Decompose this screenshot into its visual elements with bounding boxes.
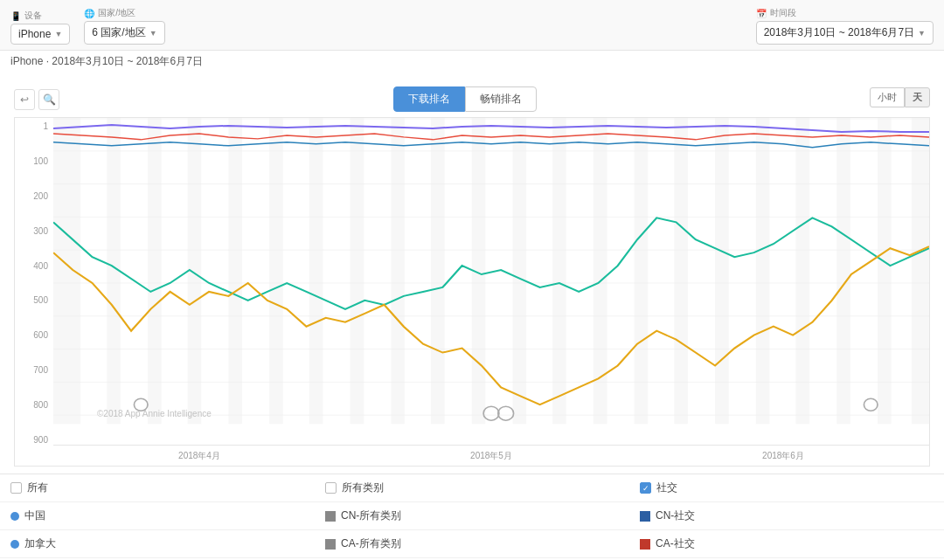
legend-all-category: 所有类别 (315, 474, 629, 501)
chart-inner: 1 100 200 300 400 500 600 700 800 900 (15, 118, 929, 466)
cn-all-color (325, 511, 336, 522)
svg-rect-27 (756, 118, 770, 424)
legend-ca-social: CA-社交 (629, 530, 944, 557)
time-filter: 📅 时间段 2018年3月10日 ~ 2018年6月7日 ▼ (756, 7, 934, 45)
svg-rect-10 (53, 118, 80, 424)
time-label: 📅 时间段 (756, 7, 934, 19)
canada-color (10, 540, 19, 549)
region-filter: 🌐 国家/地区 6 国家/地区 ▼ (84, 7, 164, 45)
legend-ca-all: CA-所有类别 (315, 530, 629, 557)
ca-all-color (325, 539, 336, 550)
legend-all: 所有 (0, 474, 315, 501)
svg-rect-26 (715, 118, 729, 424)
svg-rect-29 (836, 118, 850, 424)
svg-rect-28 (795, 118, 809, 424)
region-icon: 🌐 (84, 9, 94, 18)
svg-point-35 (134, 398, 148, 411)
zoom-icon[interactable]: 🔍 (38, 89, 59, 110)
filters-left: 📱 设备 iPhone ▼ 🌐 国家/地区 6 国家/地区 ▼ (10, 7, 165, 45)
device-select[interactable]: iPhone ▼ (10, 24, 70, 45)
top-bar: 📱 设备 iPhone ▼ 🌐 国家/地区 6 国家/地区 ▼ (0, 0, 944, 51)
svg-rect-22 (552, 118, 566, 424)
tab-sales-rank[interactable]: 畅销排名 (465, 86, 537, 112)
legend-row-1: 所有 所有类别 ✓ 社交 (0, 474, 944, 502)
svg-rect-16 (309, 118, 323, 424)
chart-area: 1 100 200 300 400 500 600 700 800 900 (14, 117, 930, 467)
legend-canada: 加拿大 (0, 530, 315, 557)
svg-rect-24 (635, 118, 649, 424)
legend-china: 中国 (0, 502, 315, 529)
device-label: 📱 设备 (10, 10, 70, 22)
svg-rect-14 (228, 118, 242, 424)
legend-area: 所有 所有类别 ✓ 社交 中国 CN-所有类别 CN-社交 (0, 474, 944, 560)
svg-rect-19 (431, 118, 445, 424)
svg-rect-15 (269, 118, 283, 424)
calendar-icon: 📅 (756, 9, 767, 18)
chart-tabs: 下载排名 畅销排名 (393, 80, 537, 115)
svg-rect-25 (674, 118, 688, 424)
device-arrow-icon: ▼ (54, 30, 62, 38)
legend-cn-all: CN-所有类别 (315, 502, 629, 529)
day-btn[interactable]: 天 (905, 87, 930, 107)
svg-rect-21 (512, 118, 526, 424)
svg-rect-12 (148, 118, 162, 424)
time-arrow-icon: ▼ (918, 29, 926, 38)
china-color (10, 512, 19, 521)
svg-rect-17 (351, 118, 364, 424)
chart-svg (53, 118, 929, 445)
region-arrow-icon: ▼ (149, 29, 157, 38)
subtitle: iPhone · 2018年3月10日 ~ 2018年6月7日 (0, 51, 944, 74)
time-select[interactable]: 2018年3月10日 ~ 2018年6月7日 ▼ (756, 21, 934, 45)
svg-point-32 (483, 406, 499, 420)
legend-social: ✓ 社交 (629, 474, 944, 501)
svg-rect-31 (912, 118, 929, 424)
svg-point-34 (864, 398, 878, 411)
y-axis: 1 100 200 300 400 500 600 700 800 900 (15, 118, 53, 445)
cn-social-color (640, 511, 650, 522)
svg-rect-30 (878, 118, 892, 424)
tab-download-rank[interactable]: 下载排名 (393, 86, 465, 112)
all-checkbox[interactable] (10, 482, 22, 494)
social-checkbox[interactable]: ✓ (640, 482, 651, 494)
time-granularity: 小时 天 (870, 87, 930, 107)
region-label: 🌐 国家/地区 (84, 7, 164, 19)
legend-row-canada: 加拿大 CA-所有类别 CA-社交 (0, 530, 944, 558)
all-category-checkbox[interactable] (325, 482, 337, 494)
chart-tools: ↩ 🔍 (14, 86, 59, 110)
undo-icon[interactable]: ↩ (14, 89, 35, 110)
x-axis: 2018年4月 2018年5月 2018年6月 (53, 445, 929, 466)
legend-cn-social: CN-社交 (629, 502, 944, 529)
ca-social-color (640, 539, 650, 550)
legend-row-china: 中国 CN-所有类别 CN-社交 (0, 502, 944, 530)
device-icon: 📱 (10, 11, 21, 21)
svg-rect-18 (391, 118, 405, 424)
chart-plot: ©2018 App Annie Intelligence (53, 118, 929, 445)
region-select[interactable]: 6 国家/地区 ▼ (84, 21, 164, 45)
hour-btn[interactable]: 小时 (870, 87, 905, 107)
svg-point-33 (498, 406, 514, 420)
device-filter: 📱 设备 iPhone ▼ (10, 10, 70, 45)
